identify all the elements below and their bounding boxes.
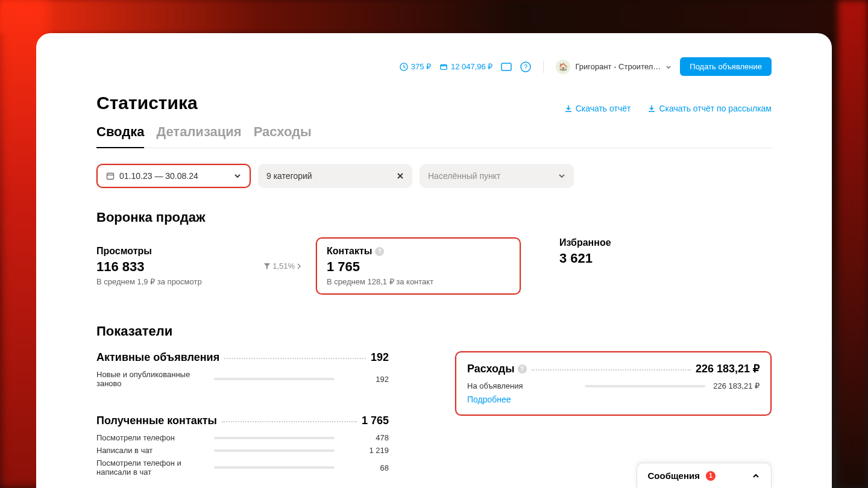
metric-row: Новые и опубликованные заново192 bbox=[96, 370, 389, 388]
download-icon bbox=[647, 104, 656, 113]
row-label: Написали в чат bbox=[96, 446, 208, 455]
active-label: Активные объявления bbox=[96, 351, 219, 364]
expenses-label: Расходы bbox=[467, 363, 515, 375]
bar-track bbox=[585, 385, 705, 387]
row-label: Посмотрели телефон и написали в чат bbox=[96, 458, 208, 477]
calendar-icon bbox=[106, 172, 115, 180]
divider bbox=[543, 61, 544, 73]
funnel-contacts-card[interactable]: Контакты ? 1 765 В среднем 128,1 ₽ за ко… bbox=[316, 237, 521, 295]
download-icon bbox=[564, 104, 573, 113]
bar-track bbox=[214, 378, 335, 380]
topbar: 375 ₽ 12 047,96 ₽ ? 🏠 Григорант - Строит… bbox=[96, 57, 772, 76]
row-value: 68 bbox=[341, 463, 389, 472]
categories-value: 9 категорий bbox=[266, 171, 312, 181]
bar-track bbox=[214, 437, 335, 439]
row-value: 478 bbox=[341, 433, 389, 442]
funnel-favorites-card: Избранное 3 621 bbox=[535, 237, 740, 295]
date-range-filter[interactable]: 01.10.23 — 30.08.24 bbox=[96, 164, 251, 188]
download-mailing-report-link[interactable]: Скачать отчёт по рассылкам bbox=[647, 104, 772, 113]
expenses-more-link[interactable]: Подробнее bbox=[467, 395, 511, 404]
contacts-label: Контакты bbox=[327, 246, 372, 257]
close-icon[interactable] bbox=[397, 172, 404, 180]
metric-row: Написали в чат1 219 bbox=[96, 446, 389, 455]
views-value: 116 833 bbox=[96, 259, 256, 275]
row-value: 1 219 bbox=[341, 446, 389, 455]
received-contacts-value: 1 765 bbox=[362, 414, 389, 427]
row-label: Посмотрели телефон bbox=[96, 433, 208, 442]
metric-row: Посмотрели телефон и написали в чат68 bbox=[96, 458, 389, 477]
bonus-balance-value: 375 ₽ bbox=[411, 62, 431, 71]
active-listings-block: Активные объявления 192 Новые и опублико… bbox=[96, 351, 389, 480]
metrics-heading: Показатели bbox=[96, 324, 772, 339]
help-icon[interactable]: ? bbox=[518, 364, 527, 374]
row-label: На объявления bbox=[467, 381, 579, 390]
funnel-icon bbox=[263, 263, 271, 270]
chevron-down-icon bbox=[558, 172, 565, 180]
svg-text:?: ? bbox=[524, 63, 527, 70]
tab-summary[interactable]: Сводка bbox=[96, 124, 144, 148]
app-window: 375 ₽ 12 047,96 ₽ ? 🏠 Григорант - Строит… bbox=[36, 33, 832, 488]
row-value: 192 bbox=[341, 375, 389, 384]
chevron-up-icon bbox=[752, 472, 760, 480]
post-ad-button[interactable]: Подать объявление bbox=[680, 57, 772, 76]
bonus-balance[interactable]: 375 ₽ bbox=[400, 62, 431, 71]
active-value: 192 bbox=[371, 351, 389, 364]
received-contacts-label: Полученные контакты bbox=[96, 414, 217, 427]
date-range-value: 01.10.23 — 30.08.24 bbox=[119, 171, 198, 181]
card-icon[interactable] bbox=[501, 63, 512, 71]
user-menu[interactable]: 🏠 Григорант - Строител… bbox=[556, 60, 671, 74]
help-icon[interactable]: ? bbox=[375, 247, 384, 256]
conversion-pill[interactable]: 1,51% bbox=[263, 261, 301, 271]
svg-rect-5 bbox=[107, 174, 114, 180]
row-label: Новые и опубликованные заново bbox=[96, 370, 208, 388]
funnel-views-card: Просмотры 116 833 В среднем 1,9 ₽ за про… bbox=[96, 237, 301, 295]
download-report-link[interactable]: Скачать отчёт bbox=[564, 104, 631, 113]
favorites-label: Избранное bbox=[559, 237, 740, 248]
expenses-block[interactable]: Расходы ? 226 183,21 ₽ На объявления226 … bbox=[455, 351, 772, 416]
bonus-icon bbox=[400, 63, 408, 71]
chevron-down-icon bbox=[665, 64, 671, 70]
location-filter[interactable]: Населённый пункт bbox=[420, 164, 574, 188]
tabs: Сводка Детализация Расходы bbox=[96, 124, 772, 148]
categories-filter[interactable]: 9 категорий bbox=[258, 164, 412, 188]
bar-track bbox=[214, 449, 335, 452]
favorites-value: 3 621 bbox=[559, 251, 740, 266]
tab-details[interactable]: Детализация bbox=[156, 124, 241, 148]
views-label: Просмотры bbox=[96, 246, 256, 257]
contacts-value: 1 765 bbox=[327, 259, 510, 275]
svg-rect-2 bbox=[502, 63, 511, 70]
metric-row: Посмотрели телефон478 bbox=[96, 433, 389, 442]
tab-expenses[interactable]: Расходы bbox=[254, 124, 312, 148]
help-icon[interactable]: ? bbox=[520, 61, 531, 72]
messages-label: Сообщения bbox=[648, 471, 700, 481]
filter-bar: 01.10.23 — 30.08.24 9 категорий Населённ… bbox=[96, 164, 772, 188]
location-placeholder: Населённый пункт bbox=[428, 171, 500, 181]
expenses-value: 226 183,21 ₽ bbox=[696, 362, 760, 375]
metrics: Активные объявления 192 Новые и опублико… bbox=[96, 351, 772, 480]
funnel: Просмотры 116 833 В среднем 1,9 ₽ за про… bbox=[96, 237, 772, 295]
chevron-right-icon bbox=[297, 263, 301, 269]
messages-badge: 1 bbox=[706, 471, 715, 481]
views-sub: В среднем 1,9 ₽ за просмотр bbox=[96, 277, 256, 286]
contacts-sub: В среднем 128,1 ₽ за контакт bbox=[327, 277, 510, 286]
chevron-down-icon bbox=[234, 172, 241, 180]
avatar: 🏠 bbox=[556, 60, 570, 74]
funnel-heading: Воронка продаж bbox=[96, 210, 772, 225]
wallet-balance-value: 12 047,96 ₽ bbox=[451, 62, 492, 71]
metric-row: На объявления226 183,21 ₽ bbox=[467, 381, 760, 390]
user-name: Григорант - Строител… bbox=[575, 62, 661, 71]
page-title: Статистика bbox=[96, 93, 198, 113]
bar-track bbox=[214, 466, 335, 469]
wallet-icon bbox=[439, 63, 448, 71]
wallet-balance[interactable]: 12 047,96 ₽ bbox=[439, 62, 492, 71]
messages-widget[interactable]: Сообщения 1 bbox=[637, 463, 772, 488]
row-value: 226 183,21 ₽ bbox=[711, 381, 760, 390]
